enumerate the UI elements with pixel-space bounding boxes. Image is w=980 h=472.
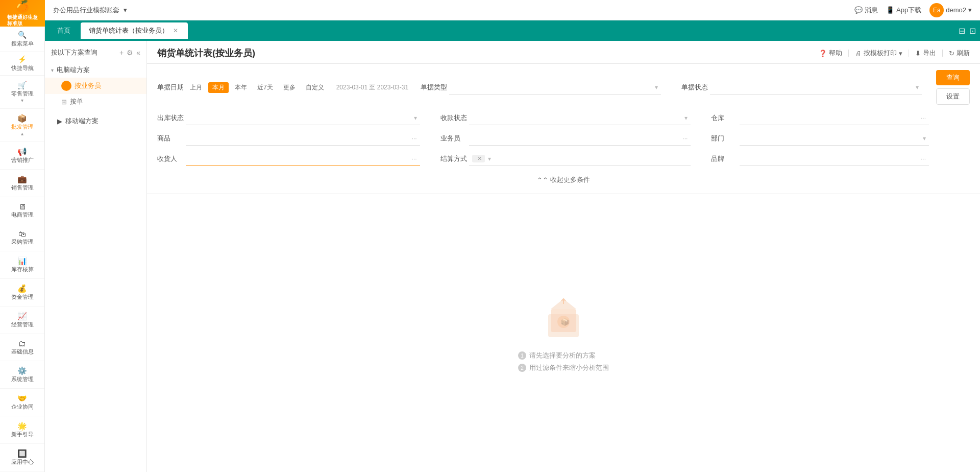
sidebar-item-enterprise[interactable]: 🤝 企业协同 [0, 389, 44, 416]
sidebar-item-ecommerce[interactable]: 🖥 电商管理 [0, 197, 44, 224]
export-btn[interactable]: ⬇ 导出 [915, 49, 936, 58]
user-dropdown-icon: ▾ [968, 6, 972, 14]
filter-row-2: 出库状态 ▾ 收款状态 ▾ 仓库 [157, 111, 970, 125]
tab-minimize-btn[interactable]: ⊟ [959, 26, 965, 36]
collapse-row: ⌃⌃ 收起更多条件 [157, 172, 970, 187]
help-icon: ❓ [819, 50, 827, 57]
sidebar-item-system[interactable]: ⚙️ 系统管理 [0, 361, 44, 389]
date-btn-this-year[interactable]: 本年 [231, 82, 251, 93]
sidebar-item-finance[interactable]: 💰 资金管理 [0, 279, 44, 306]
sidebar-item-newbie[interactable]: 🌟 新手引导 [0, 416, 44, 444]
sidebar-item-inventory[interactable]: 📊 库存核算 [0, 251, 44, 279]
logo-icon: 🍊 [15, 0, 29, 13]
tab-close-sales-stat[interactable]: ✕ [172, 27, 180, 35]
left-panel-add-btn[interactable]: + [119, 49, 124, 57]
brand-label: 品牌 [711, 154, 740, 163]
goods-control[interactable]: ··· [186, 131, 420, 146]
settlement-tag-close[interactable]: ✕ [477, 155, 482, 162]
topbar-breadcrumb[interactable]: 办公用品行业模拟账套 ▾ [53, 6, 127, 15]
left-panel-collapse-btn[interactable]: « [136, 49, 140, 57]
topbar: 办公用品行业模拟账套 ▾ 💬 消息 📱 App下载 Ea demo2 ▾ [45, 0, 980, 20]
department-control[interactable]: ▾ [740, 131, 929, 146]
retail-icon: 🛒 [17, 81, 27, 90]
left-panel-item-by-order[interactable]: ⊞ 按单 [45, 94, 146, 109]
help-btn[interactable]: ❓ 帮助 [819, 49, 842, 58]
sidebar-item-marketing[interactable]: 📢 营销推广 [0, 142, 44, 170]
sidebar: 🍊 畅捷通好生意 标准版 🔍 搜索菜单 ⚡ 快捷导航 🛒 零售管理 ▾ 📦 批发… [0, 0, 45, 472]
left-panel: 按以下方案查询 + ⚙ « ▾ 电脑端方案 员 按业务员 ⊞ [45, 41, 147, 472]
department-dropdown-icon: ▾ [923, 135, 926, 142]
receipt-status-control[interactable]: ▾ [469, 111, 691, 125]
sidebar-search[interactable]: 🔍 搜索菜单 [0, 27, 44, 52]
collapse-up-icon: ⌃⌃ [537, 176, 548, 184]
search-icon: 🔍 [18, 31, 27, 39]
desktop-triangle-icon: ▾ [51, 67, 54, 73]
salesperson-control[interactable]: ··· [469, 131, 691, 146]
left-panel-settings-btn[interactable]: ⚙ [127, 49, 133, 57]
doc-type-control[interactable]: ▾ [449, 80, 661, 95]
out-status-control[interactable]: ▾ [186, 111, 420, 125]
refresh-btn[interactable]: ↻ 刷新 [949, 49, 970, 58]
date-btn-more[interactable]: 更多 [279, 82, 300, 93]
date-btn-last-month[interactable]: 上月 [186, 82, 206, 93]
left-panel-item-by-salesperson[interactable]: 员 按业务员 [45, 78, 146, 94]
date-btn-this-month[interactable]: 本月 [208, 82, 229, 93]
receipt-status-dropdown-icon: ▾ [684, 114, 688, 122]
settlement-label: 结算方式 [440, 154, 469, 163]
tab-home[interactable]: 首页 [49, 22, 79, 39]
avatar: Ea [929, 3, 944, 17]
filter-item-brand: 品牌 ··· [699, 152, 970, 166]
sidebar-item-apps[interactable]: 🔲 应用中心 [0, 444, 44, 471]
out-status-dropdown-icon: ▾ [414, 114, 417, 122]
divider-1 [848, 50, 849, 57]
sidebar-item-purchase[interactable]: 🛍 采购管理 [0, 224, 44, 251]
recipient-control[interactable]: ··· [186, 152, 420, 166]
receipt-status-label: 收款状态 [440, 113, 469, 123]
brand-control[interactable]: ··· [740, 152, 929, 166]
sidebar-item-retail[interactable]: 🛒 零售管理 ▾ [0, 76, 44, 109]
quick-nav-icon: ⚡ [18, 55, 27, 63]
apps-icon: 🔲 [17, 449, 27, 458]
warehouse-label: 仓库 [711, 113, 740, 123]
doc-status-label: 单据状态 [681, 83, 710, 92]
out-status-label: 出库状态 [157, 113, 186, 123]
left-panel-group-mobile: ▶ 移动端方案 [45, 111, 146, 131]
date-btn-last-7-days[interactable]: 近7天 [253, 82, 277, 93]
doc-status-control[interactable]: ▾ [710, 80, 922, 95]
sidebar-logo[interactable]: 🍊 畅捷通好生意 标准版 [0, 0, 45, 27]
app-download-icon: 📱 [886, 6, 894, 14]
goods-label: 商品 [157, 134, 186, 143]
recipient-label: 收货人 [157, 154, 186, 163]
filter-item-warehouse: 仓库 ··· [699, 111, 970, 125]
tabbar: 首页 销货单统计表（按业务员） ✕ ⊟ ⊡ [45, 20, 980, 41]
sidebar-item-wholesale[interactable]: 📦 批发管理 ▴ [0, 109, 44, 142]
app-download-btn[interactable]: 📱 App下载 [886, 6, 921, 15]
settlement-control[interactable]: ✕ ▾ [469, 152, 691, 166]
mobile-group-label[interactable]: ▶ 移动端方案 [45, 113, 146, 129]
message-btn[interactable]: 💬 消息 [854, 6, 878, 15]
date-range-label: 单据日期 [157, 83, 186, 92]
collapse-btn[interactable]: ⌃⌃ 收起更多条件 [537, 172, 590, 187]
date-btn-custom[interactable]: 自定义 [302, 82, 328, 93]
left-panel-action-btns: + ⚙ « [119, 49, 140, 57]
salesperson-more-icon: ··· [682, 135, 688, 142]
sidebar-item-sales[interactable]: 💼 销售管理 [0, 170, 44, 197]
query-btn[interactable]: 查询 [936, 70, 970, 85]
filter-item-salesperson: 业务员 ··· [428, 131, 699, 146]
settlement-dropdown-icon: ▾ [488, 155, 491, 162]
user-info[interactable]: Ea demo2 ▾ [929, 3, 972, 17]
tab-sales-stat[interactable]: 销货单统计表（按业务员） ✕ [81, 22, 188, 39]
filter-item-receipt-status: 收款状态 ▾ [428, 111, 699, 125]
tabbar-actions: ⊟ ⊡ [959, 26, 976, 36]
settings-btn[interactable]: 设置 [936, 88, 970, 105]
desktop-group-label[interactable]: ▾ 电脑端方案 [45, 62, 146, 78]
warehouse-control[interactable]: ··· [740, 111, 929, 125]
sidebar-quick-nav[interactable]: ⚡ 快捷导航 [0, 52, 44, 76]
sidebar-item-basic[interactable]: 🗂 基础信息 [0, 334, 44, 361]
finance-icon: 💰 [17, 284, 27, 293]
basic-icon: 🗂 [18, 339, 26, 348]
sidebar-item-operation[interactable]: 📈 经营管理 [0, 306, 44, 334]
tab-expand-btn[interactable]: ⊡ [969, 26, 976, 36]
template-print-btn[interactable]: 🖨 按模板打印 ▾ [855, 49, 902, 58]
mobile-triangle-icon: ▶ [57, 117, 62, 125]
